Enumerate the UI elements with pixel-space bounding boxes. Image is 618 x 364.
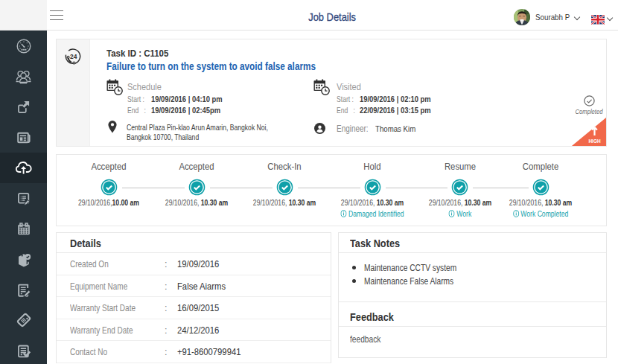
svg-text:24: 24 xyxy=(70,53,77,60)
